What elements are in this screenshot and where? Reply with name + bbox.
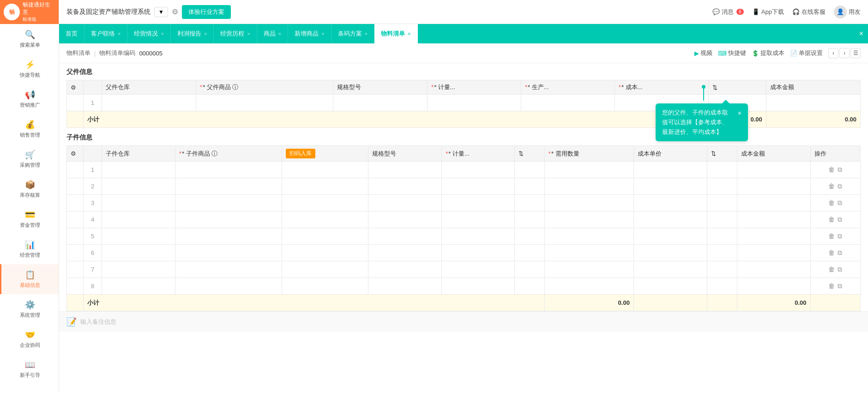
delete-icon[interactable]: 🗑 <box>828 232 835 240</box>
tab-barcode-close[interactable]: × <box>365 31 368 36</box>
copy-icon[interactable]: ⧉ <box>838 249 842 257</box>
sidebar-item-operations[interactable]: 📊 经营管理 <box>0 234 59 264</box>
delete-icon[interactable]: 🗑 <box>828 216 835 224</box>
parent-subtotal-label: 小计 <box>84 111 709 128</box>
child-th-unit: ** 计量... <box>442 146 515 162</box>
tabs-close-all[interactable]: × <box>855 30 868 38</box>
settings-icon[interactable]: ⚙ <box>172 7 178 16</box>
sales-icon: 💰 <box>25 120 35 130</box>
tooltip-close-button[interactable]: × <box>738 108 741 118</box>
extract-cost-btn[interactable]: 💲 提取成本 <box>752 49 784 57</box>
tab-operations-close[interactable]: × <box>161 31 163 36</box>
parent-row-production[interactable] <box>521 95 615 111</box>
child-row-spec-1[interactable] <box>368 162 442 178</box>
child-row-unit-1[interactable] <box>442 162 515 178</box>
scan-button[interactable]: 扫码入库 <box>286 149 315 158</box>
sidebar-item-guide[interactable]: 📖 新手引导 <box>0 354 59 384</box>
online-service-item[interactable]: 🎧 在线客服 <box>792 8 826 16</box>
sidebar-item-search[interactable]: 🔍 搜索菜单 <box>0 24 59 54</box>
table-row: 4 🗑⧉ <box>67 212 861 228</box>
message-icon: 💬 <box>712 8 720 15</box>
single-setting-btn[interactable]: 📄 单据设置 <box>790 49 823 57</box>
delete-icon[interactable]: 🗑 <box>828 199 835 207</box>
breadcrumb-1[interactable]: 物料清单 <box>66 49 90 57</box>
child-row-num-1: 1 <box>84 162 102 178</box>
tab-profit[interactable]: 利润报告 × <box>171 24 214 43</box>
tab-home[interactable]: 首页 <box>59 24 84 43</box>
parent-row-product[interactable] <box>196 95 333 111</box>
sidebar-item-cooperation[interactable]: 🤝 企业协同 <box>0 324 59 354</box>
tab-history[interactable]: 经营历程 × <box>214 24 257 43</box>
tab-add-goods-close[interactable]: × <box>321 31 324 36</box>
tab-history-close[interactable]: × <box>247 31 250 36</box>
sidebar-item-sales[interactable]: 💰 销售管理 <box>0 114 59 144</box>
parent-row-unit[interactable] <box>428 95 521 111</box>
tab-home-label: 首页 <box>66 30 78 38</box>
tab-bom-close[interactable]: × <box>408 31 410 36</box>
view-btn[interactable]: ▶ 视频 <box>694 49 712 57</box>
next-arrow[interactable]: › <box>839 48 850 58</box>
parent-th-settings[interactable]: ⚙ <box>67 80 84 95</box>
child-th-settings[interactable]: ⚙ <box>67 146 84 162</box>
copy-icon[interactable]: ⧉ <box>838 282 842 290</box>
table-row: 5 🗑⧉ <box>67 228 861 245</box>
system-title: 装备及固定资产辅助管理系统 <box>66 8 151 16</box>
child-row-unit-cost-1[interactable] <box>633 162 707 178</box>
copy-icon[interactable]: ⧉ <box>838 166 842 174</box>
parent-subtotal-total: 0.00 <box>766 111 860 128</box>
system-select-button[interactable]: ▼ <box>154 7 168 17</box>
delete-icon[interactable]: 🗑 <box>828 249 835 257</box>
sidebar-item-purchase[interactable]: 🛒 采购管理 <box>0 144 59 174</box>
note-placeholder[interactable]: 输入备注信息 <box>80 318 116 326</box>
copy-icon[interactable]: ⧉ <box>838 216 842 224</box>
parent-row-spec[interactable] <box>333 95 427 111</box>
app-download-label: App下载 <box>761 8 784 16</box>
parent-row-amount <box>766 95 860 111</box>
child-th-spec: 规格型号 <box>368 146 442 162</box>
sidebar-item-marketing[interactable]: 📢 营销推广 <box>0 84 59 114</box>
sidebar-item-quick-nav[interactable]: ⚡ 快捷导航 <box>0 54 59 84</box>
sidebar-item-inventory[interactable]: 📦 库存核算 <box>0 174 59 204</box>
tab-customer[interactable]: 客户联络 × <box>84 24 127 43</box>
parent-row-warehouse[interactable] <box>102 95 196 111</box>
child-subtotal-qty: 0.00 <box>544 295 633 311</box>
tab-goods-close[interactable]: × <box>278 31 281 36</box>
shortcut-btn[interactable]: ⌨ 快捷键 <box>718 49 746 57</box>
sidebar-label-guide: 新手引导 <box>20 372 40 379</box>
video-icon: ▶ <box>694 50 699 57</box>
guide-icon: 📖 <box>25 360 35 370</box>
tab-bom[interactable]: 物料清单 × <box>374 24 417 43</box>
child-row-warehouse-1[interactable] <box>102 162 175 178</box>
sidebar-item-basic-info[interactable]: 📋 基础信息 <box>0 264 59 294</box>
delete-icon[interactable]: 🗑 <box>828 166 835 174</box>
delete-icon[interactable]: 🗑 <box>828 282 835 290</box>
tab-history-label: 经营历程 <box>220 30 244 38</box>
nav-arrows: ‹ › ☰ <box>828 48 861 58</box>
message-item[interactable]: 💬 消息 6 <box>712 8 744 16</box>
delete-icon[interactable]: 🗑 <box>828 182 835 190</box>
copy-icon[interactable]: ⧉ <box>838 232 842 240</box>
delete-icon[interactable]: 🗑 <box>828 266 835 273</box>
tab-operations[interactable]: 经营情况 × <box>127 24 170 43</box>
copy-icon[interactable]: ⧉ <box>838 266 842 273</box>
prev-arrow[interactable]: ‹ <box>828 48 838 58</box>
tab-goods[interactable]: 商品 × <box>257 24 288 43</box>
trial-button[interactable]: 体验行业方案 <box>182 5 231 19</box>
app-download-item[interactable]: 📱 App下载 <box>752 8 784 16</box>
table-row: 6 🗑⧉ <box>67 245 861 261</box>
copy-icon[interactable]: ⧉ <box>838 199 842 207</box>
menu-arrow[interactable]: ☰ <box>850 48 861 58</box>
sidebar-item-system[interactable]: ⚙️ 系统管理 <box>0 294 59 324</box>
table-row: 3 🗑⧉ <box>67 195 861 212</box>
sidebar-item-finance[interactable]: 💳 资金管理 <box>0 204 59 234</box>
note-icon: 📝 <box>66 317 77 327</box>
copy-icon[interactable]: ⧉ <box>838 182 842 190</box>
tab-customer-close[interactable]: × <box>118 31 121 36</box>
tab-barcode[interactable]: 条码方案 × <box>332 24 374 43</box>
finance-icon: 💳 <box>25 210 35 220</box>
tab-add-goods[interactable]: 新增商品 × <box>288 24 331 43</box>
child-row-product-1[interactable] <box>175 162 282 178</box>
user-item[interactable]: 👤 用友 <box>834 6 861 18</box>
child-row-qty-1[interactable] <box>544 162 633 178</box>
tab-profit-close[interactable]: × <box>204 31 207 36</box>
